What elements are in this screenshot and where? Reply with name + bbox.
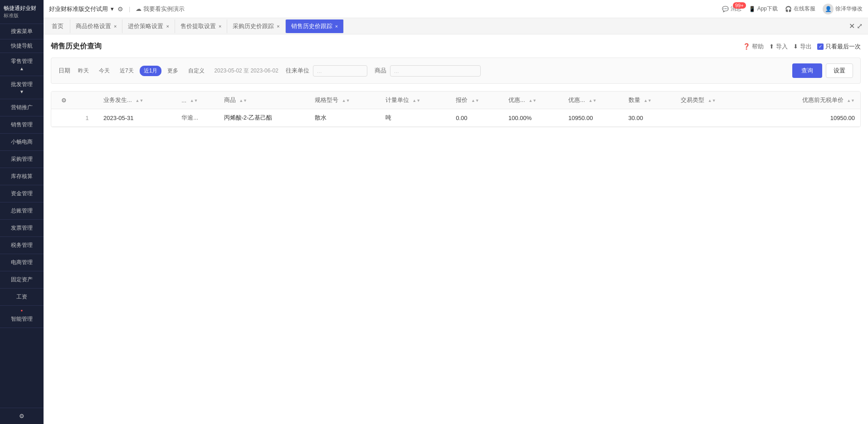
sidebar-item-tax[interactable]: 税务管理 [0, 237, 44, 254]
sidebar-item-general[interactable]: 总账管理 [0, 202, 44, 220]
sidebar-item-smart[interactable]: ● 智能管理 [0, 306, 44, 328]
sidebar-search[interactable]: 搜索菜单 [0, 24, 44, 39]
tab-maximize-icon[interactable]: ⤢ [857, 22, 863, 30]
col-config[interactable]: ⚙ [51, 92, 76, 109]
source-unit-input[interactable]: ... [313, 65, 367, 77]
col-ellipsis[interactable]: ... ▲▼ [176, 92, 218, 109]
tab-sales-history-close[interactable]: × [335, 24, 338, 29]
tab-price-close[interactable]: × [114, 24, 117, 29]
sidebar-item-funds[interactable]: 资金管理 [0, 185, 44, 202]
col-pretax-price[interactable]: 优惠前无税单价 ▲▼ [763, 92, 860, 109]
col-discount2[interactable]: 优惠... ▲▼ [563, 92, 623, 109]
sidebar-item-label: 税务管理 [11, 241, 33, 249]
date-today[interactable]: 今天 [95, 66, 114, 76]
settings-icon[interactable]: ⚙ [117, 5, 123, 13]
col-discount1-label: 优惠... [508, 96, 525, 103]
export-button[interactable]: ⬇ 导出 [793, 43, 812, 51]
help-button[interactable]: ❓ 帮助 [743, 43, 764, 51]
product-dots: ... [394, 67, 399, 74]
question-icon: ❓ [743, 43, 750, 50]
results-table: ⚙ 业务发生... ▲▼ ... ▲▼ 商品 ▲▼ [51, 92, 860, 127]
sidebar-item-label: 发票管理 [11, 224, 33, 232]
sidebar-item-marketing[interactable]: 营销推广 [0, 99, 44, 116]
settings-button[interactable]: 设置 [826, 63, 853, 78]
col-transaction-type[interactable]: 交易类型 ▲▼ [675, 92, 746, 109]
date-yesterday[interactable]: 昨天 [74, 66, 93, 76]
table-gear-icon[interactable]: ⚙ [61, 97, 67, 104]
avatar: 👤 [823, 4, 834, 14]
sidebar-item-label: 库存核算 [11, 173, 33, 180]
row-product-cell: 丙烯酸-2-乙基己酯 [219, 109, 310, 127]
date-last1month[interactable]: 近1月 [140, 66, 162, 76]
tab-close-all-icon[interactable]: ✕ [849, 22, 855, 30]
sidebar-item-label: 零售管理 [11, 58, 33, 65]
sidebar-footer-settings[interactable]: ⚙ [0, 408, 44, 424]
sidebar-item-wholesale[interactable]: 批发管理 ▼ [0, 76, 44, 99]
row-ellipsis-cell: 华逾... [176, 109, 218, 127]
row-spacer-cell [746, 109, 763, 127]
sidebar-item-retail[interactable]: 零售管理 ▲ [0, 53, 44, 76]
main-area: 好业财标准版交付试用 ▾ ⚙ | ☁ 我要看实例演示 💬 消息 99+ 📱 Ap… [44, 0, 868, 424]
online-service-button[interactable]: 🎧 在线客服 [785, 5, 815, 13]
row-transaction-type-cell [675, 109, 746, 127]
col-discount1[interactable]: 优惠... ▲▼ [503, 92, 563, 109]
tab-price-extract-label: 售价提取设置 [180, 22, 216, 30]
version-selector[interactable]: 好业财标准版交付试用 ▾ [49, 5, 114, 13]
tab-home-label: 首页 [52, 22, 63, 30]
sidebar-item-invoice[interactable]: 发票管理 [0, 220, 44, 237]
sidebar-item-label: 固定资产 [11, 276, 33, 284]
headset-icon: 🎧 [785, 6, 792, 12]
query-button[interactable]: 查询 [792, 63, 822, 78]
import-button[interactable]: ⬆ 导入 [769, 43, 788, 51]
sidebar-item-inventory[interactable]: 库存核算 [0, 168, 44, 185]
tab-purchase-history[interactable]: 采购历史价跟踪 × [227, 19, 285, 33]
sidebar-quicknav[interactable]: 快捷导航 [0, 39, 44, 53]
col-ellipsis-label: ... [181, 97, 186, 104]
row-unit-cell: 吨 [380, 109, 451, 127]
page-title: 销售历史价查询 [51, 42, 102, 51]
col-product[interactable]: 商品 ▲▼ [219, 92, 310, 109]
tab-price-extract[interactable]: 售价提取设置 × [175, 19, 227, 33]
sidebar-item-assets[interactable]: 固定资产 [0, 271, 44, 289]
service-label: 在线客服 [794, 5, 815, 13]
message-button[interactable]: 💬 消息 99+ [722, 5, 741, 13]
last-only-label: 只看最后一次 [825, 43, 861, 51]
version-label: 好业财标准版交付试用 [49, 5, 108, 13]
row-price-cell: 0.00 [450, 109, 503, 127]
table-header-row: ⚙ 业务发生... ▲▼ ... ▲▼ 商品 ▲▼ [51, 92, 860, 109]
tab-purchase-history-close[interactable]: × [277, 24, 279, 29]
sidebar-item-purchase[interactable]: 采购管理 [0, 151, 44, 168]
tab-home[interactable]: 首页 [45, 19, 70, 33]
demo-link[interactable]: ☁ 我要看实例演示 [136, 5, 185, 13]
tab-purchase-strategy-close[interactable]: × [166, 24, 169, 29]
col-unit[interactable]: 计量单位 ▲▼ [380, 92, 451, 109]
sidebar-item-ecommerce[interactable]: 电商管理 [0, 254, 44, 271]
sort-icon: ▲▼ [136, 98, 144, 103]
last-only-checkbox[interactable]: ✓ 只看最后一次 [817, 43, 861, 51]
col-business-date[interactable]: 业务发生... ▲▼ [98, 92, 176, 109]
date-last7days[interactable]: 近7天 [116, 66, 138, 76]
date-more[interactable]: 更多 [163, 66, 182, 76]
sidebar-item-sales[interactable]: 销售管理 [0, 116, 44, 134]
sort-icon: ▲▼ [847, 98, 855, 103]
demo-label: 我要看实例演示 [143, 5, 185, 13]
sidebar-item-ecommerce-small[interactable]: 小畅电商 [0, 134, 44, 151]
product-input[interactable]: ... [390, 65, 481, 77]
sidebar-item-salary[interactable]: 工资 [0, 289, 44, 306]
date-custom[interactable]: 自定义 [184, 66, 209, 76]
tab-purchase-strategy[interactable]: 进价策略设置 × [122, 19, 175, 33]
col-price[interactable]: 报价 ▲▼ [450, 92, 503, 109]
col-quantity-label: 数量 [629, 96, 640, 103]
tab-sales-history[interactable]: 销售历史价跟踪 × [286, 19, 344, 33]
tab-price-extract-close[interactable]: × [219, 24, 221, 29]
version-dropdown-icon[interactable]: ▾ [111, 5, 114, 12]
col-product-label: 商品 [224, 96, 236, 103]
tab-price[interactable]: 商品价格设置 × [70, 19, 122, 33]
app-download-button[interactable]: 📱 App下载 [749, 5, 778, 13]
product-label: 商品 [375, 67, 386, 75]
col-spec[interactable]: 规格型号 ▲▼ [309, 92, 380, 109]
user-menu[interactable]: 👤 徐泽华修改 [823, 4, 863, 14]
col-spec-label: 规格型号 [315, 96, 338, 103]
tabbar-actions: ✕ ⤢ [845, 22, 866, 30]
col-quantity[interactable]: 数量 ▲▼ [623, 92, 676, 109]
